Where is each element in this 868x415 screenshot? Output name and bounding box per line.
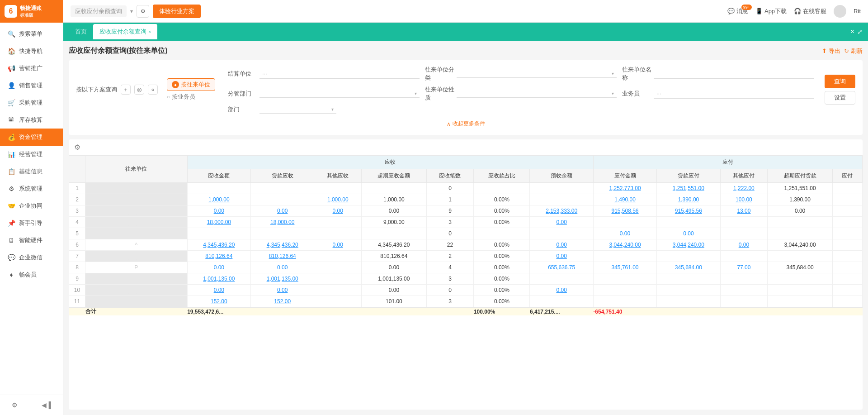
table-cell[interactable]: 655,636.75 — [530, 262, 593, 273]
table-cell[interactable]: 1,001,135.00 — [362, 273, 426, 285]
table-cell[interactable]: 3 — [426, 296, 474, 308]
salesman-input[interactable]: ··· — [654, 89, 814, 99]
table-cell[interactable] — [187, 228, 250, 239]
table-cell[interactable]: 1 — [426, 194, 474, 205]
table-cell[interactable]: 0.00 — [720, 239, 768, 251]
table-cell[interactable] — [832, 285, 862, 296]
table-cell[interactable]: 4,345,436.20 — [187, 239, 250, 251]
topbar-gear-btn[interactable]: ⚙ — [137, 5, 149, 18]
table-cell[interactable]: 0.00 — [593, 228, 656, 239]
tab-close-ar-ap[interactable]: × — [148, 29, 151, 34]
table-cell[interactable]: 0.00 — [314, 205, 362, 217]
tab-ar-ap[interactable]: 应收应付余额查询× — [93, 24, 157, 39]
sidebar-item-purchase[interactable]: 🛒采购管理 — [0, 94, 63, 111]
table-cell[interactable]: 0.00% — [474, 285, 530, 296]
filter-by-partner[interactable]: ● 按往来单位 — [167, 78, 215, 91]
table-cell[interactable]: 0.00% — [474, 251, 530, 262]
table-cell[interactable]: 3,044,240.00 — [768, 239, 832, 251]
table-cell[interactable]: 1,001,135.00 — [251, 273, 314, 285]
table-cell[interactable]: 2 — [426, 251, 474, 262]
table-cell[interactable] — [530, 228, 593, 239]
table-cell[interactable]: 3,044,240.00 — [657, 239, 720, 251]
sidebar-item-basic[interactable]: 📋基础信息 — [0, 163, 63, 180]
table-cell[interactable]: 810,126.64 — [251, 251, 314, 262]
table-cell[interactable] — [314, 262, 362, 273]
table-cell[interactable]: 0 — [426, 183, 474, 194]
table-cell[interactable] — [768, 217, 832, 228]
table-cell[interactable] — [832, 228, 862, 239]
table-cell[interactable] — [720, 273, 768, 285]
settle-input[interactable]: ··· — [259, 69, 420, 79]
solution-button[interactable]: 体验行业方案 — [153, 5, 201, 18]
table-cell[interactable] — [832, 251, 862, 262]
table-cell[interactable]: 3 — [426, 273, 474, 285]
partner-name-input[interactable] — [654, 69, 814, 79]
refresh-button[interactable]: ↻ 刷新 — [844, 47, 863, 55]
tab-home[interactable]: 首页 — [69, 24, 93, 39]
table-cell[interactable]: 152.00 — [187, 296, 250, 308]
table-cell[interactable]: 0.00 — [251, 285, 314, 296]
table-cell[interactable] — [362, 183, 426, 194]
table-cell[interactable]: 0.00 — [362, 262, 426, 273]
table-cell[interactable]: 1,390.00 — [657, 194, 720, 205]
table-cell[interactable] — [314, 285, 362, 296]
table-cell[interactable] — [768, 228, 832, 239]
table-cell[interactable]: 77.00 — [720, 262, 768, 273]
table-cell[interactable]: 0.00% — [474, 194, 530, 205]
table-cell[interactable]: 915,508.56 — [593, 205, 656, 217]
table-cell[interactable] — [657, 285, 720, 296]
sidebar-item-hardware[interactable]: 🖥智能硬件 — [0, 232, 63, 249]
table-cell[interactable] — [362, 228, 426, 239]
table-cell[interactable]: 0.00 — [251, 262, 314, 273]
table-cell[interactable] — [832, 205, 862, 217]
table-cell[interactable]: 1,001,135.00 — [187, 273, 250, 285]
table-cell[interactable] — [720, 217, 768, 228]
table-cell[interactable] — [832, 296, 862, 308]
table-cell[interactable] — [593, 285, 656, 296]
table-cell[interactable] — [768, 296, 832, 308]
table-cell[interactable]: 3 — [426, 217, 474, 228]
table-cell[interactable] — [314, 228, 362, 239]
table-cell[interactable] — [251, 228, 314, 239]
table-cell[interactable]: 1,390.00 — [768, 194, 832, 205]
table-cell[interactable]: 22 — [426, 239, 474, 251]
table-cell[interactable]: 101.00 — [362, 296, 426, 308]
table-cell[interactable] — [530, 183, 593, 194]
table-cell[interactable]: 0.00 — [530, 251, 593, 262]
table-cell[interactable] — [720, 296, 768, 308]
sidebar-item-quick-nav[interactable]: 🏠快捷导航 — [0, 43, 63, 60]
sidebar-item-system[interactable]: ⚙系统管理 — [0, 180, 63, 197]
table-cell[interactable]: 4,345,436.20 — [362, 239, 426, 251]
sidebar-item-wechat[interactable]: 💬企业微信 — [0, 249, 63, 266]
table-cell[interactable]: 1,000.00 — [187, 194, 250, 205]
filter-collapse-btn[interactable]: « — [148, 85, 158, 95]
table-cell[interactable] — [314, 217, 362, 228]
table-cell[interactable] — [593, 296, 656, 308]
tabbar-expand-btn[interactable]: ⤢ — [857, 28, 863, 35]
online-service-btn[interactable]: 🎧 在线客服 — [794, 7, 826, 15]
table-cell[interactable]: 0.00% — [474, 217, 530, 228]
filter-settings-btn[interactable]: ◎ — [134, 85, 144, 95]
table-cell[interactable] — [251, 183, 314, 194]
sidebar-item-operation[interactable]: 📊经营管理 — [0, 146, 63, 163]
table-cell[interactable] — [832, 262, 862, 273]
table-cell[interactable] — [251, 194, 314, 205]
table-cell[interactable]: 1,251,551.00 — [657, 183, 720, 194]
table-cell[interactable]: 1,000.00 — [362, 194, 426, 205]
nature-select[interactable]: ▾ — [457, 90, 617, 98]
app-download-btn[interactable]: 📱 App下载 — [755, 7, 787, 15]
table-cell[interactable]: 0 — [426, 228, 474, 239]
table-cell[interactable] — [474, 183, 530, 194]
table-cell[interactable] — [768, 251, 832, 262]
table-cell[interactable] — [832, 273, 862, 285]
table-cell[interactable] — [187, 183, 250, 194]
user-avatar[interactable] — [834, 5, 846, 18]
table-cell[interactable] — [768, 285, 832, 296]
table-cell[interactable] — [832, 217, 862, 228]
table-cell[interactable]: 0.00 — [314, 239, 362, 251]
table-cell[interactable]: 0.00 — [362, 205, 426, 217]
table-cell[interactable]: 0.00 — [187, 262, 250, 273]
table-cell[interactable]: 0.00 — [657, 228, 720, 239]
sidebar-item-guide[interactable]: 📌新手引导 — [0, 215, 63, 232]
table-cell[interactable]: 9,000.00 — [362, 217, 426, 228]
